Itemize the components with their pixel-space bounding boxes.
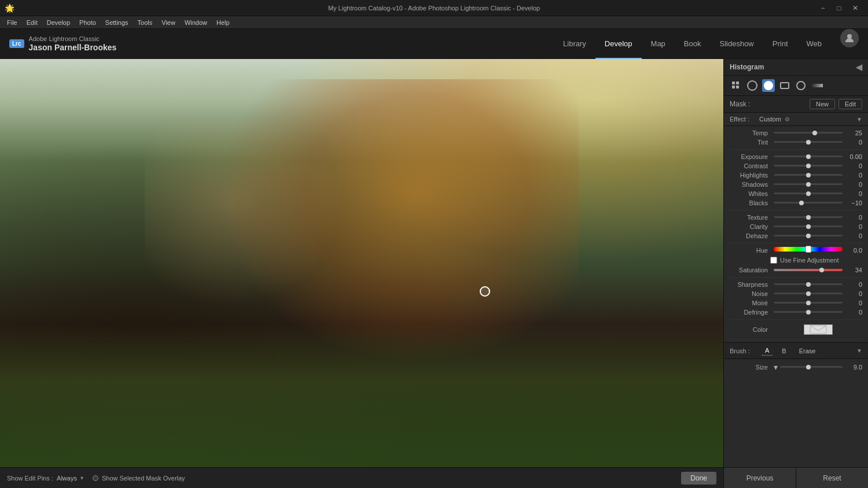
menu-settings[interactable]: Settings xyxy=(101,16,133,29)
nav-links: Library Develop Map Book Slideshow Print… xyxy=(554,29,859,59)
defringe-slider[interactable] xyxy=(774,311,843,313)
noise-slider[interactable] xyxy=(774,293,843,295)
color-label: Color xyxy=(730,326,771,333)
tint-slider-row: Tint 0 xyxy=(724,138,868,147)
profile-icon[interactable] xyxy=(840,29,859,47)
size-value: 9.0 xyxy=(845,364,862,371)
contrast-slider-row: Contrast 0 xyxy=(724,161,868,171)
svg-rect-1 xyxy=(732,82,735,84)
sharpness-slider[interactable] xyxy=(774,283,843,286)
grid-tool-icon[interactable] xyxy=(730,79,742,92)
size-slider[interactable] xyxy=(780,366,843,368)
menu-view[interactable]: View xyxy=(157,16,180,29)
circle2-tool-icon[interactable] xyxy=(795,79,807,92)
histogram-collapse-button[interactable]: ◀ xyxy=(856,62,862,72)
clarity-value: 0 xyxy=(845,223,862,230)
nav-web[interactable]: Web xyxy=(797,29,832,59)
sharpness-label: Sharpness xyxy=(730,281,771,288)
temp-slider[interactable] xyxy=(774,132,843,134)
size-slider-row: Size ▾ 9.0 xyxy=(724,361,868,373)
saturation-slider[interactable] xyxy=(774,269,843,271)
nav-library[interactable]: Library xyxy=(554,29,595,59)
highlights-label: Highlights xyxy=(730,172,771,179)
nav-print[interactable]: Print xyxy=(763,29,797,59)
blacks-value: −10 xyxy=(845,199,862,206)
texture-value: 0 xyxy=(845,214,862,221)
moire-label: Moiré xyxy=(730,300,771,306)
shadows-value: 0 xyxy=(845,181,862,188)
photo-area[interactable] xyxy=(0,59,723,467)
highlights-slider[interactable] xyxy=(774,174,843,176)
nav-book[interactable]: Book xyxy=(675,29,711,59)
nav-slideshow[interactable]: Slideshow xyxy=(711,29,763,59)
done-button[interactable]: Done xyxy=(681,472,716,485)
maximize-button[interactable]: □ xyxy=(831,0,847,16)
svg-rect-2 xyxy=(736,82,739,84)
brush-label: Brush : xyxy=(730,347,756,354)
show-mask-overlay-label[interactable]: Show Selected Mask Overlay xyxy=(102,475,185,482)
brush-dropdown-icon[interactable]: ▼ xyxy=(856,347,862,354)
show-edit-pins-dropdown[interactable]: ▾ xyxy=(80,475,83,481)
dehaze-value: 0 xyxy=(845,232,862,239)
color-row: Color xyxy=(724,322,868,337)
moire-slider[interactable] xyxy=(774,302,843,304)
brush-a-button[interactable]: A xyxy=(762,346,773,356)
menu-file[interactable]: File xyxy=(2,16,22,29)
exposure-slider-row: Exposure 0.00 xyxy=(724,152,868,161)
whites-slider[interactable] xyxy=(774,193,843,195)
menu-develop[interactable]: Develop xyxy=(42,16,75,29)
noise-slider-row: Noise 0 xyxy=(724,289,868,298)
clarity-slider[interactable] xyxy=(774,225,843,228)
effect-dropdown-icon[interactable]: ▼ xyxy=(856,116,862,123)
saturation-label: Saturation xyxy=(730,267,771,273)
previous-button[interactable]: Previous xyxy=(724,468,796,488)
rect-tool-icon[interactable] xyxy=(778,79,791,92)
effect-label: Effect : xyxy=(730,116,756,123)
show-edit-pins-label: Show Edit Pins : xyxy=(7,475,53,482)
menu-window[interactable]: Window xyxy=(180,16,212,29)
brush-b-button[interactable]: B xyxy=(778,346,789,356)
brush-erase-button[interactable]: Erase xyxy=(796,346,819,356)
svg-point-0 xyxy=(847,34,852,39)
tool-icons-row xyxy=(724,76,868,96)
shadows-slider-row: Shadows 0 xyxy=(724,180,868,189)
nav-map[interactable]: Map xyxy=(642,29,675,59)
color-swatch[interactable] xyxy=(804,324,833,335)
dehaze-slider[interactable] xyxy=(774,235,843,237)
reset-button[interactable]: Reset xyxy=(796,468,868,488)
show-edit-pins-value[interactable]: Always xyxy=(57,475,77,482)
window-controls: − □ ✕ xyxy=(815,0,863,16)
menu-tools[interactable]: Tools xyxy=(133,16,157,29)
mask-edit-button[interactable]: Edit xyxy=(838,99,862,109)
gradient-tool-icon[interactable] xyxy=(811,79,823,92)
pin-marker[interactable] xyxy=(480,286,490,297)
contrast-slider[interactable] xyxy=(774,165,843,167)
mask-new-button[interactable]: New xyxy=(810,99,835,109)
nav-develop[interactable]: Develop xyxy=(595,29,642,59)
exposure-slider[interactable] xyxy=(774,156,843,158)
moire-slider-row: Moiré 0 xyxy=(724,298,868,308)
fine-adjustment-checkbox[interactable] xyxy=(770,257,777,264)
circle-filled-tool-icon[interactable] xyxy=(762,79,775,92)
blacks-slider[interactable] xyxy=(774,202,843,204)
close-button[interactable]: ✕ xyxy=(847,0,863,16)
saturation-value: 34 xyxy=(845,267,862,273)
texture-slider[interactable] xyxy=(774,216,843,219)
effect-settings-icon[interactable]: ⚙ xyxy=(785,116,790,123)
hue-slider[interactable] xyxy=(774,247,843,254)
tint-label: Tint xyxy=(730,139,771,146)
divider-4 xyxy=(730,277,862,278)
shadows-slider[interactable] xyxy=(774,183,843,186)
size-controls: ▾ xyxy=(774,363,843,372)
menu-edit[interactable]: Edit xyxy=(22,16,42,29)
fine-adjustment-label[interactable]: Use Fine Adjustment xyxy=(780,257,839,264)
size-down-icon[interactable]: ▾ xyxy=(774,363,778,372)
menu-help[interactable]: Help xyxy=(212,16,234,29)
menu-photo[interactable]: Photo xyxy=(75,16,101,29)
minimize-button[interactable]: − xyxy=(815,0,831,16)
tint-slider[interactable] xyxy=(774,141,843,143)
circle-outline-tool-icon[interactable] xyxy=(746,79,759,92)
svg-rect-6 xyxy=(810,326,826,334)
color-swatch-wrapper xyxy=(774,324,862,335)
effect-value[interactable]: Custom xyxy=(759,116,781,123)
